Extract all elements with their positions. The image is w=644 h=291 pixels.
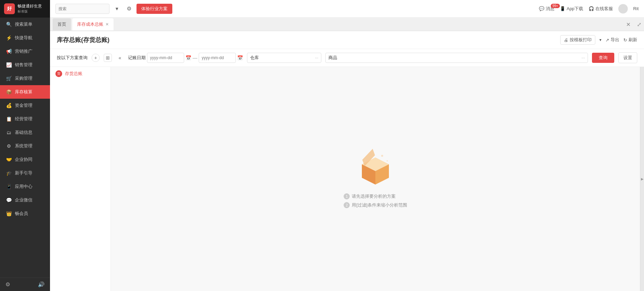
hint-number-2: 2 (344, 202, 350, 208)
export-label: 导出 (611, 37, 619, 43)
sidebar-item-system[interactable]: ⚙ 系统管理 (0, 139, 50, 153)
sidebar-item-label: 销售管理 (15, 62, 32, 68)
filter-date-group: 记账日期 📅 — 📅 (128, 53, 243, 63)
inventory-icon: 📦 (5, 89, 12, 95)
filter-label: 按以下方案查询 (57, 55, 88, 61)
industry-button[interactable]: 体验行业方案 (137, 4, 172, 14)
export-icon: ↗ (605, 38, 609, 43)
sidebar-item-finance[interactable]: 💰 资金管理 (0, 99, 50, 112)
tabbar-close-button[interactable]: ✕ (626, 21, 630, 27)
tab-home[interactable]: 首页 (53, 18, 71, 30)
user-avatar[interactable] (618, 4, 628, 14)
scheme-item-goods-ledger[interactable]: 货 存货总账 (50, 67, 110, 80)
refresh-label: 刷新 (628, 37, 637, 43)
purchase-icon: 🛒 (5, 75, 12, 82)
svg-point-7 (365, 160, 366, 161)
app-logo-icon: 好 (4, 3, 15, 14)
apps-icon: 📱 (5, 183, 12, 190)
sidebar-item-label: 企业协同 (15, 156, 32, 163)
scheme-panel: 货 存货总账 (50, 67, 111, 291)
message-badge: 99+ (551, 4, 560, 8)
message-icon: 💬 (539, 6, 544, 11)
audio-bottom-icon[interactable]: 🔊 (38, 281, 45, 288)
sidebar-item-purchase[interactable]: 🛒 采购管理 (0, 72, 50, 85)
sidebar-item-apps[interactable]: 📱 应用中心 (0, 180, 50, 193)
sidebar-item-member[interactable]: 👑 畅会员 (0, 207, 50, 220)
filter-date-start-input[interactable] (147, 53, 184, 63)
sidebar-item-operation[interactable]: 📋 经营管理 (0, 112, 50, 126)
sidebar-item-marketing[interactable]: 📢 营销推广 (0, 45, 50, 58)
sales-icon: 📈 (5, 62, 12, 68)
wechat-icon: 💬 (5, 197, 12, 203)
search-dropdown-icon[interactable]: ▾ (112, 4, 122, 14)
settings-bottom-icon[interactable]: ⚙ (5, 281, 10, 288)
tabbar-expand-icon[interactable]: ⤢ (637, 21, 641, 27)
topbar-message[interactable]: 💬 消息 99+ (539, 6, 554, 12)
sidebar: 好 畅捷通好生意 标准版 🔍 搜索菜单 ⚡ 快捷导航 📢 营销推广 📈 销售管理… (0, 0, 50, 291)
sidebar-item-inventory[interactable]: 📦 库存核算 (0, 85, 50, 99)
sidebar-item-corp[interactable]: 🤝 企业协同 (0, 153, 50, 166)
sidebar-item-label: 营销推广 (15, 48, 32, 54)
filter-collapse-icon[interactable]: « (116, 54, 124, 62)
scheme-goods-ledger-label: 存货总账 (65, 71, 82, 77)
topbar-right: 💬 消息 99+ 📱 App下载 🎧 在线客服 Rit (539, 4, 639, 14)
topbar-app-download[interactable]: 📱 App下载 (560, 6, 583, 12)
sidebar-item-label: 搜索菜单 (15, 21, 32, 27)
sidebar-item-guide[interactable]: 🎓 新手引导 (0, 166, 50, 180)
app-name: 畅捷通好生意 (18, 4, 42, 9)
sidebar-item-basic[interactable]: 🗂 基础信息 (0, 126, 50, 139)
tab-inventory-ledger-label: 库存成本总账 (77, 21, 103, 27)
calendar-end-icon[interactable]: 📅 (237, 55, 243, 60)
filter-query-button[interactable]: 查询 (592, 53, 614, 63)
scheme-goods-ledger-icon: 货 (55, 70, 62, 77)
print-dropdown-icon[interactable]: ▾ (599, 38, 601, 42)
guide-icon: 🎓 (5, 170, 12, 176)
operation-icon: 📋 (5, 116, 12, 122)
topbar-gear-icon[interactable]: ⚙ (124, 4, 134, 14)
product-more-icon: ··· (581, 55, 585, 60)
sidebar-item-label: 新手引导 (15, 170, 32, 176)
filter-date-end-input[interactable] (199, 53, 236, 63)
warehouse-more-icon: ··· (315, 55, 318, 60)
tab-close-icon[interactable]: ✕ (105, 22, 109, 27)
svg-point-6 (387, 160, 388, 162)
empty-state: 1 请先选择要分析的方案 2 用[过滤]条件来缩小分析范围 (344, 147, 407, 211)
filter-product-select[interactable]: 商品 ··· (325, 53, 588, 63)
print-button[interactable]: 🖨 按模板打印 (560, 35, 595, 45)
filter-warehouse-select[interactable]: 仓库 ··· (247, 53, 321, 63)
filter-product-label: 商品 (328, 55, 337, 61)
shortcut-icon: ⚡ (5, 34, 12, 41)
sidebar-item-shortcut[interactable]: ⚡ 快捷导航 (0, 31, 50, 45)
finance-icon: 💰 (5, 102, 12, 109)
refresh-icon: ↻ (623, 38, 627, 43)
filter-settings-button[interactable]: 设置 (618, 52, 637, 63)
search-input[interactable] (55, 4, 109, 14)
sidebar-scroll: 🔍 搜索菜单 ⚡ 快捷导航 📢 营销推广 📈 销售管理 🛒 采购管理 📦 库存核… (0, 18, 50, 277)
empty-box-svg (355, 147, 396, 188)
tab-inventory-ledger[interactable]: 库存成本总账 ✕ (72, 18, 114, 30)
calendar-start-icon[interactable]: 📅 (185, 55, 191, 60)
refresh-button[interactable]: ↻ 刷新 (623, 37, 637, 43)
export-button[interactable]: ↗ 导出 (605, 37, 619, 43)
right-panel-toggle[interactable]: ▶ (640, 67, 644, 291)
sidebar-item-wechat[interactable]: 💬 企业微信 (0, 193, 50, 207)
sidebar-item-label: 应用中心 (15, 184, 32, 190)
corp-icon: 🤝 (5, 156, 12, 163)
sidebar-item-sales[interactable]: 📈 销售管理 (0, 58, 50, 72)
svg-point-5 (381, 155, 383, 157)
filter-scheme-icon[interactable]: ⊞ (104, 54, 112, 62)
print-icon: 🖨 (564, 38, 568, 43)
topbar: ▾ ⚙ 体验行业方案 💬 消息 99+ 📱 App下载 🎧 在线客服 Rit (50, 0, 644, 18)
sidebar-item-search[interactable]: 🔍 搜索菜单 (0, 18, 50, 31)
filter-warehouse-label: 仓库 (250, 55, 259, 61)
right-toggle-icon: ▶ (641, 177, 644, 181)
sidebar-item-label: 系统管理 (15, 143, 32, 149)
sidebar-bottom: ⚙ 🔊 (0, 277, 50, 291)
topbar-online-support[interactable]: 🎧 在线客服 (589, 6, 613, 12)
topbar-left: ▾ ⚙ 体验行业方案 (55, 4, 539, 14)
sidebar-item-label: 快捷导航 (15, 35, 32, 41)
system-icon: ⚙ (5, 143, 12, 149)
hint-number-1: 1 (344, 193, 350, 199)
page-header: 库存总账(存货总账) 🖨 按模板打印 ▾ ↗ 导出 ↻ 刷新 (50, 31, 644, 49)
filter-add-button[interactable]: + (92, 54, 100, 62)
